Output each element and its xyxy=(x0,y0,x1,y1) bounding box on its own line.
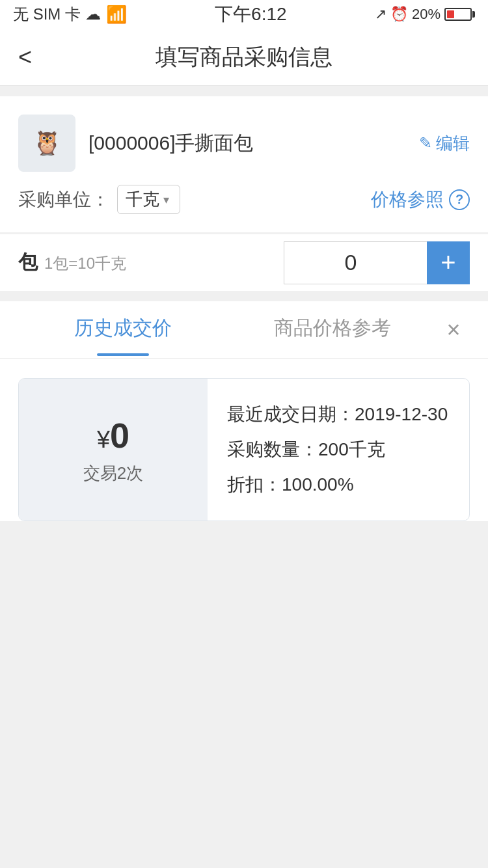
quantity-control: + xyxy=(284,241,470,284)
product-thumbnail: 🦉 xyxy=(18,115,75,172)
price-reference-button[interactable]: 价格参照 ? xyxy=(371,187,470,212)
unit-select[interactable]: 千克 ▾ xyxy=(117,185,180,214)
tab-price-ref-label: 商品价格参考 xyxy=(274,317,391,338)
chevron-down-icon: ▾ xyxy=(163,193,169,207)
product-logo-icon: 🦉 xyxy=(33,129,62,157)
discount-row: 折扣：100.00% xyxy=(227,472,450,497)
tab-price-reference[interactable]: 商品价格参考 xyxy=(228,315,437,344)
status-right: ↗ ⏰ 20% xyxy=(375,6,475,23)
edit-label: 编辑 xyxy=(436,132,470,155)
price-value: 0 xyxy=(110,416,129,455)
price-card-right: 最近成交日期：2019-12-30 采购数量：200千克 折扣：100.00% xyxy=(208,379,469,521)
recent-date-row: 最近成交日期：2019-12-30 xyxy=(227,402,450,427)
edit-icon: ✎ xyxy=(419,134,432,152)
recent-date-value: 2019-12-30 xyxy=(355,404,448,424)
tab-bar: 历史成交价 商品价格参考 × xyxy=(0,301,488,359)
battery-icon xyxy=(444,8,475,21)
product-card: 🦉 [0000006]手撕面包 ✎ 编辑 采购单位： 千克 ▾ 价格参照 ? xyxy=(0,96,488,232)
plus-icon: + xyxy=(441,248,455,277)
sim-label: 无 SIM 卡 ☁ xyxy=(13,4,101,25)
product-top-row: 🦉 [0000006]手撕面包 ✎ 编辑 xyxy=(18,115,470,172)
tab-section: 历史成交价 商品价格参考 × ¥0 交易2次 最近成交日期：2019-12-30… xyxy=(0,301,488,521)
unit-bao: 包 xyxy=(18,249,38,276)
alarm-icon: ⏰ xyxy=(390,6,408,23)
page-title: 填写商品采购信息 xyxy=(156,42,332,72)
unit-value: 千克 xyxy=(126,188,159,211)
status-left: 无 SIM 卡 ☁ 📶 xyxy=(13,4,127,25)
price-card-left: ¥0 交易2次 xyxy=(19,379,208,521)
purchase-qty-label: 采购数量： xyxy=(227,439,318,459)
unit-label: 采购单位： xyxy=(18,187,109,212)
purchase-qty-value: 200千克 xyxy=(318,439,385,459)
nav-header: < 填写商品采购信息 xyxy=(0,29,488,86)
unit-conversion: 1包=10千克 xyxy=(44,253,126,274)
recent-date-label: 最近成交日期： xyxy=(227,404,355,424)
product-left: 🦉 [0000006]手撕面包 xyxy=(18,115,253,172)
quantity-label: 包 1包=10千克 xyxy=(18,249,126,276)
status-time: 下午6:12 xyxy=(215,2,287,27)
price-ref-label: 价格参照 xyxy=(371,187,444,212)
quantity-input[interactable] xyxy=(284,241,427,284)
product-bottom-row: 采购单位： 千克 ▾ 价格参照 ? xyxy=(18,185,470,214)
price-amount: ¥0 xyxy=(97,415,129,455)
navigation-icon: ↗ xyxy=(375,6,386,23)
discount-label: 折扣： xyxy=(227,474,282,495)
discount-value: 100.00% xyxy=(282,474,354,495)
bottom-area xyxy=(0,541,488,868)
back-button[interactable]: < xyxy=(18,44,32,71)
transaction-count: 交易2次 xyxy=(83,462,143,485)
price-card: ¥0 交易2次 最近成交日期：2019-12-30 采购数量：200千克 折扣：… xyxy=(18,378,470,521)
battery-percent: 20% xyxy=(412,6,441,23)
tab-close-button[interactable]: × xyxy=(437,314,470,346)
currency-symbol: ¥ xyxy=(97,426,110,453)
quantity-section: 包 1包=10千克 + xyxy=(0,234,488,291)
wifi-icon: 📶 xyxy=(106,5,127,25)
status-bar: 无 SIM 卡 ☁ 📶 下午6:12 ↗ ⏰ 20% xyxy=(0,0,488,29)
close-icon: × xyxy=(446,316,460,344)
tab-history-price[interactable]: 历史成交价 xyxy=(18,315,228,344)
back-icon: < xyxy=(18,44,32,71)
product-name: [0000006]手撕面包 xyxy=(88,130,253,157)
edit-button[interactable]: ✎ 编辑 xyxy=(419,132,470,155)
help-icon: ? xyxy=(449,189,470,210)
tab-history-label: 历史成交价 xyxy=(74,317,172,338)
quantity-plus-button[interactable]: + xyxy=(427,241,470,284)
purchase-qty-row: 采购数量：200千克 xyxy=(227,437,450,462)
unit-row: 采购单位： 千克 ▾ xyxy=(18,185,180,214)
